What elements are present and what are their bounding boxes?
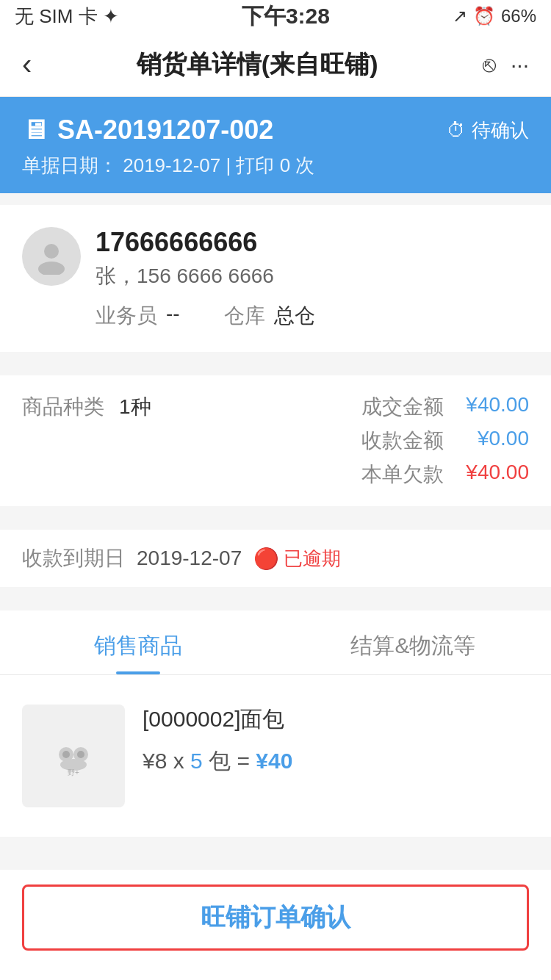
debt-amount-value: ¥40.00	[455, 461, 529, 489]
due-date-label: 收款到期日	[22, 544, 125, 572]
svg-point-5	[77, 751, 84, 758]
overdue-icon: 🔴	[253, 547, 279, 571]
product-kind-label: 商品种类	[22, 393, 104, 421]
bottom-bar: 旺铺订单确认	[0, 870, 551, 980]
status-clock-icon: ⏱	[447, 119, 466, 142]
price-multiply: x	[173, 749, 190, 773]
product-unit: 包	[209, 749, 231, 773]
salesman-value: --	[166, 302, 180, 330]
product-qty: 5	[190, 749, 203, 773]
tab-bar: 销售商品 结算&物流等	[0, 610, 551, 675]
salesman-item: 业务员 --	[96, 302, 180, 330]
status-bar: 无 SIM 卡 ✦ 下午3:28 ↗ ⏰ 66%	[0, 0, 551, 32]
status-left: 无 SIM 卡 ✦	[15, 4, 119, 29]
alarm-icon: ⏰	[473, 6, 495, 26]
price-equals: =	[237, 749, 256, 773]
order-header: 🖥 SA-20191207-002 ⏱ 待确认 单据日期： 2019-12-07…	[0, 97, 551, 193]
product-kind-value: 1种	[119, 393, 151, 421]
sim-status: 无 SIM 卡 ✦	[15, 4, 119, 29]
product-price-row: ¥8 x 5 包 = ¥40	[143, 746, 529, 777]
location-icon: ↗	[453, 6, 467, 26]
nav-right: ⎋ ···	[483, 52, 529, 77]
product-item: 野+ [0000002]面包 ¥8 x 5 包 = ¥40	[22, 690, 529, 822]
date-value: 2019-12-07	[123, 154, 220, 176]
product-thumbnail: 野+	[22, 705, 125, 807]
customer-name: 张，156 6666 6666	[96, 262, 529, 290]
customer-row: 17666666666 张，156 6666 6666 业务员 -- 仓库 总仓	[22, 227, 529, 330]
product-list: 野+ [0000002]面包 ¥8 x 5 包 = ¥40	[0, 675, 551, 837]
print-info: | 打印 0 次	[226, 154, 314, 176]
back-button[interactable]: ‹	[22, 48, 32, 81]
svg-point-1	[38, 262, 65, 275]
due-section: 收款到期日 2019-12-07 🔴 已逾期	[0, 530, 551, 587]
status-right: ↗ ⏰ 66%	[453, 6, 536, 26]
more-button[interactable]: ···	[511, 52, 529, 77]
status-time: 下午3:28	[242, 1, 330, 32]
share-button[interactable]: ⎋	[483, 52, 496, 77]
debt-amount-row: 本单欠款 ¥40.00	[361, 461, 529, 489]
order-id-row: 🖥 SA-20191207-002 ⏱ 待确认	[22, 115, 529, 145]
salesman-label: 业务员	[96, 302, 157, 330]
divider-3	[0, 587, 551, 599]
summary-right: 成交金额 ¥40.00 收款金额 ¥0.00 本单欠款 ¥40.00	[361, 393, 529, 489]
warehouse-label: 仓库	[224, 302, 265, 330]
deal-amount-label: 成交金额	[361, 393, 444, 421]
svg-text:野+: 野+	[68, 768, 79, 777]
tab-sales-label: 销售商品	[94, 633, 182, 657]
svg-point-0	[44, 244, 59, 259]
due-date-value: 2019-12-07	[137, 547, 242, 570]
summary-left: 商品种类 1种	[22, 393, 151, 421]
pay-amount-label: 收款金额	[361, 427, 444, 455]
pay-amount-row: 收款金额 ¥0.00	[361, 427, 529, 455]
confirm-order-button[interactable]: 旺铺订单确认	[22, 884, 529, 951]
warehouse-value: 总仓	[274, 302, 315, 330]
pay-amount-value: ¥0.00	[455, 427, 529, 455]
deal-amount-row: 成交金额 ¥40.00	[361, 393, 529, 421]
customer-section: 17666666666 张，156 6666 6666 业务员 -- 仓库 总仓	[0, 205, 551, 352]
summary-row: 商品种类 1种 成交金额 ¥40.00 收款金额 ¥0.00 本单欠款 ¥40.…	[22, 393, 529, 489]
deal-amount-value: ¥40.00	[455, 393, 529, 421]
product-info: [0000002]面包 ¥8 x 5 包 = ¥40	[143, 705, 529, 807]
order-status: ⏱ 待确认	[447, 118, 529, 143]
customer-phone: 17666666666	[96, 227, 529, 258]
nav-bar: ‹ 销货单详情(来自旺铺) ⎋ ···	[0, 32, 551, 97]
order-icon: 🖥	[22, 115, 48, 145]
divider-1	[0, 352, 551, 364]
customer-meta: 业务员 -- 仓库 总仓	[96, 302, 529, 330]
status-text: 待确认	[472, 118, 529, 143]
tab-settlement[interactable]: 结算&物流等	[276, 610, 551, 674]
date-label: 单据日期：	[22, 154, 118, 176]
debt-amount-label: 本单欠款	[361, 461, 444, 489]
order-id: 🖥 SA-20191207-002	[22, 115, 273, 145]
order-id-text: SA-20191207-002	[57, 115, 273, 145]
overdue-badge: 🔴 已逾期	[253, 546, 341, 572]
customer-info: 17666666666 张，156 6666 6666 业务员 -- 仓库 总仓	[96, 227, 529, 330]
product-name: [0000002]面包	[143, 705, 529, 735]
svg-point-4	[62, 751, 70, 758]
tab-section: 销售商品 结算&物流等 野+ [0000002]面包	[0, 610, 551, 837]
nav-left: ‹	[22, 48, 32, 81]
page-title: 销货单详情(来自旺铺)	[137, 48, 378, 82]
product-price: ¥8	[143, 749, 167, 773]
divider-2	[0, 506, 551, 518]
product-total: ¥40	[256, 749, 292, 773]
tab-sales-products[interactable]: 销售商品	[0, 610, 276, 674]
summary-section: 商品种类 1种 成交金额 ¥40.00 收款金额 ¥0.00 本单欠款 ¥40.…	[0, 375, 551, 506]
battery: 66%	[501, 6, 536, 26]
warehouse-item: 仓库 总仓	[224, 302, 315, 330]
avatar	[22, 227, 81, 286]
order-date: 单据日期： 2019-12-07 | 打印 0 次	[22, 153, 529, 179]
tab-settlement-label: 结算&物流等	[350, 633, 475, 657]
overdue-text: 已逾期	[284, 546, 341, 572]
